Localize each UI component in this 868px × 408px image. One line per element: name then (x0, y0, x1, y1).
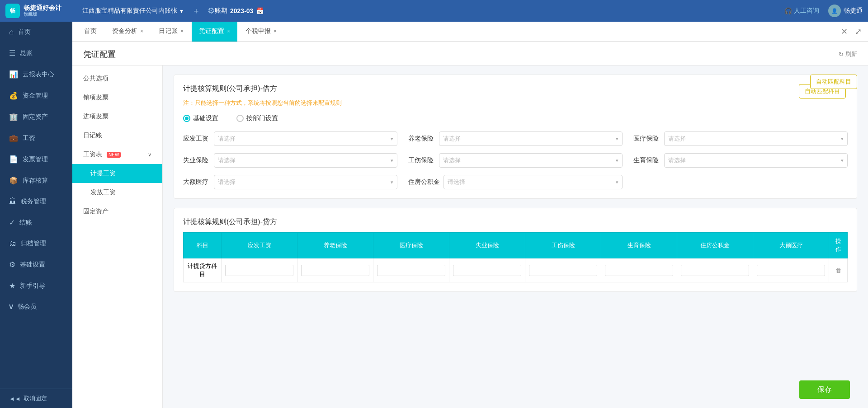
cell-gongshang-value (525, 258, 601, 282)
sidebar-item-reports[interactable]: 📊 云报表中心 (0, 64, 72, 85)
input-shiye[interactable] (453, 265, 521, 276)
top-bar-actions: ＋ ⚙ (192, 5, 215, 16)
sidebar-label-guide: 新手引导 (20, 282, 45, 290)
sidebar-item-guide[interactable]: ★ 新手引导 (0, 275, 72, 296)
cancel-pin-button[interactable]: ◄◄ 取消固定 (0, 389, 72, 408)
top-bar: 畅 畅捷通好会计 旗舰版 江西服宝精品有限责任公司内账张 ▾ ＋ ⚙ 账期 20… (0, 0, 868, 22)
expand-arrow-icon[interactable]: ∨ (148, 152, 151, 158)
sidebar-item-general[interactable]: ☰ 总账 (0, 42, 72, 64)
app-logo: 畅 畅捷通好会计 旗舰版 (5, 4, 78, 18)
sidebar-item-fund[interactable]: 💰 资金管理 (0, 85, 72, 106)
select-shengyu-placeholder: 请选择 (668, 156, 686, 164)
field-gongshang-baoxian: 工伤保险 请选择 ▾ (408, 153, 623, 168)
right-content: 计提核算规则(公司承担)-借方 注：只能选择一种方式，系统将按照您当前的选择来配… (163, 66, 868, 408)
refresh-button[interactable]: ↻ 刷新 (839, 50, 857, 64)
select-zhufang-arrow: ▾ (616, 179, 618, 185)
radio-basic[interactable]: 基础设置 (183, 114, 218, 122)
tab-fund[interactable]: 资金分析 × (105, 22, 151, 42)
select-shengyu[interactable]: 请选择 ▾ (664, 153, 848, 168)
tab-journal-label: 日记账 (159, 27, 178, 35)
input-yiliao[interactable] (377, 265, 445, 276)
fund-icon: 💰 (9, 91, 18, 100)
select-shiye[interactable]: 请选择 ▾ (214, 153, 397, 168)
section1-title: 计提核算规则(公司承担)-借方 (183, 84, 342, 94)
sidebar-item-tax[interactable]: 🏛 税务管理 (0, 191, 72, 212)
content-area: 首页 资金分析 × 日记账 × 凭证配置 × 个税申报 × ✕ ⤢ (72, 22, 868, 408)
sidebar-item-vip[interactable]: V 畅会员 (0, 296, 72, 317)
menu-item-salary-table[interactable]: 工资表 NEW ∨ (72, 145, 162, 164)
section-credit-rules: 计提核算规则(公司承担)-贷方 自动匹配科目 科目 应发工资 养老保险 医疗保险 (174, 208, 857, 292)
select-gongshang[interactable]: 请选择 ▾ (439, 153, 623, 168)
col-shengyu: 生育保险 (601, 233, 677, 258)
sidebar-item-basic[interactable]: ⚙ 基础设置 (0, 254, 72, 275)
sidebar-item-archive[interactable]: 🗂 归档管理 (0, 233, 72, 254)
avatar: 👤 (828, 5, 841, 17)
auto-match-credit-button[interactable]: 自动匹配科目 (810, 75, 857, 89)
sidebar: ⌂ 首页 ☰ 总账 📊 云报表中心 💰 资金管理 🏢 固定资产 💼 工资 📄 发… (0, 22, 72, 408)
sidebar-item-salary[interactable]: 💼 工资 (0, 127, 72, 149)
radio-dept[interactable]: 按部门设置 (236, 114, 278, 122)
field-shengyu-baoxian: 生育保险 请选择 ▾ (633, 153, 848, 168)
window-close-icon[interactable]: ✕ (839, 25, 849, 38)
calendar-icon[interactable]: 📅 (256, 7, 264, 14)
tab-voucher-close[interactable]: × (227, 28, 230, 34)
select-dae-placeholder: 请选择 (218, 178, 236, 186)
salary-icon: 💼 (9, 134, 18, 142)
sidebar-item-settlement[interactable]: ✓ 结账 (0, 212, 72, 233)
tab-fund-close[interactable]: × (140, 28, 143, 34)
assets-icon: 🏢 (9, 113, 18, 121)
sidebar-item-home[interactable]: ⌂ 首页 (0, 22, 72, 42)
section-debit-rules: 计提核算规则(公司承担)-借方 注：只能选择一种方式，系统将按照您当前的选择来配… (174, 75, 857, 199)
menu-item-advance-salary[interactable]: 计提工资 (72, 164, 162, 183)
cell-yingfa-value (222, 258, 297, 282)
select-yiliao[interactable]: 请选择 ▾ (664, 131, 848, 146)
menu-item-sales-invoice[interactable]: 销项发票 (72, 88, 162, 107)
select-zhufang-placeholder: 请选择 (448, 178, 465, 186)
tab-home-label: 首页 (84, 27, 97, 35)
menu-item-pay-salary[interactable]: 发放工资 (72, 183, 162, 202)
company-selector[interactable]: 江西服宝精品有限责任公司内账张 ▾ (82, 7, 183, 15)
tab-journal[interactable]: 日记账 × (151, 22, 191, 42)
tab-journal-close[interactable]: × (180, 28, 184, 34)
tab-fund-label: 资金分析 (112, 27, 137, 35)
menu-label-journal: 日记账 (83, 131, 102, 140)
input-gongshang[interactable] (529, 265, 597, 276)
window-expand-icon[interactable]: ⤢ (853, 25, 863, 38)
select-yanglao[interactable]: 请选择 ▾ (439, 131, 623, 146)
sidebar-item-assets[interactable]: 🏢 固定资产 (0, 106, 72, 127)
select-zhufang[interactable]: 请选择 ▾ (443, 175, 623, 189)
menu-label-purchase-invoice: 进项发票 (83, 113, 108, 121)
select-yingfa-gongzi[interactable]: 请选择 ▾ (214, 131, 397, 146)
save-button[interactable]: 保存 (799, 380, 850, 399)
add-icon[interactable]: ＋ (192, 5, 200, 16)
delete-icon[interactable]: 🗑 (835, 267, 841, 274)
input-yingfa[interactable] (225, 265, 293, 276)
tab-tax-close[interactable]: × (274, 28, 277, 34)
col-subject: 科目 (184, 233, 222, 258)
menu-item-fixed-assets[interactable]: 固定资产 (72, 202, 162, 221)
input-shengyu[interactable] (605, 265, 673, 276)
menu-item-public[interactable]: 公共选项 (72, 69, 162, 88)
select-dae[interactable]: 请选择 ▾ (214, 175, 397, 189)
menu-item-purchase-invoice[interactable]: 进项发票 (72, 107, 162, 126)
tab-voucher[interactable]: 凭证配置 × (192, 22, 237, 42)
menu-item-journal[interactable]: 日记账 (72, 126, 162, 145)
input-zhufang[interactable] (681, 265, 749, 276)
debit-form-grid: 应发工资 请选择 ▾ 养老保险 请选择 ▾ (183, 131, 848, 189)
tab-tax[interactable]: 个税申报 × (238, 22, 284, 42)
period-selector[interactable]: 账期 2023-03 📅 (215, 7, 264, 15)
settings-icon[interactable]: ⚙ (208, 6, 215, 16)
sidebar-item-inventory[interactable]: 📦 库存核算 (0, 170, 72, 191)
input-dae[interactable] (757, 265, 825, 276)
col-yanglao: 养老保险 (297, 233, 373, 258)
field-yingfa-gongzi: 应发工资 请选择 ▾ (183, 131, 397, 146)
sidebar-item-invoice[interactable]: 📄 发票管理 (0, 149, 72, 170)
sidebar-label-home: 首页 (18, 28, 31, 36)
input-yanglao[interactable] (301, 265, 369, 276)
company-dropdown-icon[interactable]: ▾ (180, 7, 183, 14)
archive-icon: 🗂 (9, 239, 16, 248)
tab-home[interactable]: 首页 (77, 22, 104, 42)
sidebar-label-archive: 归档管理 (21, 239, 46, 248)
service-button[interactable]: 🎧 人工咨询 (784, 7, 819, 15)
user-menu[interactable]: 👤 畅捷通 (828, 5, 863, 17)
